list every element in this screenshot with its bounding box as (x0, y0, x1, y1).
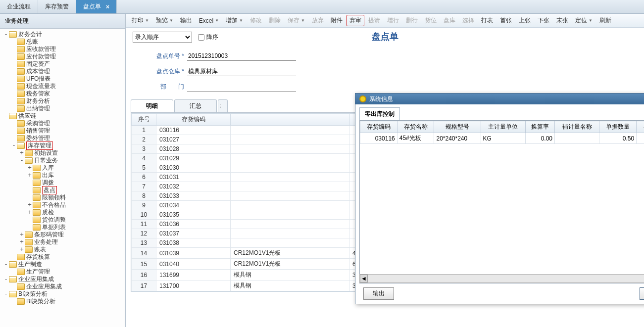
tree-node[interactable]: 单据列表 (3, 224, 125, 231)
tree-label: 生产管理 (26, 268, 50, 276)
tree-node[interactable]: BI决策分析 (3, 298, 125, 305)
toolbar-Excel[interactable]: Excel▼ (196, 16, 222, 26)
field-no[interactable] (187, 51, 296, 61)
tree-node[interactable]: 出纳管理 (3, 105, 125, 112)
collapse-icon[interactable]: - (3, 276, 9, 283)
folder-icon (17, 135, 25, 142)
tree-node[interactable]: 应收款管理 (3, 46, 125, 53)
toolbar-增加[interactable]: 增加▼ (223, 15, 246, 26)
tree-node[interactable]: 盘点 (3, 187, 125, 194)
toolbar-弃审[interactable]: 弃审 (347, 15, 364, 26)
expand-icon[interactable]: + (27, 209, 33, 216)
chevron-down-icon: ▼ (169, 18, 173, 23)
tree-node[interactable]: 财务分析 (3, 97, 125, 105)
collapse-icon[interactable]: - (3, 31, 9, 38)
field-label-wh: 盘点仓库 * (150, 67, 184, 76)
toolbar-附件[interactable]: 附件 (328, 15, 346, 26)
scrollbar-track[interactable] (368, 275, 644, 282)
tree-node[interactable]: +出库 (3, 172, 125, 179)
r-rate: 0.00 (526, 133, 555, 144)
field-dept[interactable] (187, 82, 296, 92)
toolbar-末张[interactable]: 末张 (553, 15, 571, 26)
tree-node[interactable]: +质检 (3, 209, 125, 216)
tree-node[interactable]: 货位调整 (3, 216, 125, 224)
tree-node[interactable]: 生产管理 (3, 268, 125, 276)
toolbar-打印[interactable]: 打印▼ (129, 15, 152, 26)
close-icon[interactable]: × (106, 3, 109, 10)
toolbar-首张[interactable]: 首张 (497, 15, 515, 26)
tree-node[interactable]: 委外管理 (3, 135, 125, 142)
tree-node[interactable]: -日常业务 (3, 157, 125, 164)
desc-checkbox[interactable]: 降序 (198, 33, 218, 42)
tree-node[interactable]: -BI决策分析 (3, 290, 125, 298)
scroll-left-icon[interactable]: ◄ (360, 275, 368, 282)
expand-icon[interactable]: + (19, 231, 25, 238)
tree-node[interactable]: +账表 (3, 246, 125, 253)
tree-label: 总账 (26, 38, 38, 46)
tree-node[interactable]: +不合格品 (3, 201, 125, 209)
tree-node[interactable]: 现金流量表 (3, 83, 125, 90)
expand-icon[interactable]: + (27, 201, 33, 209)
toolbar-上张[interactable]: 上张 (516, 15, 534, 26)
detail-tab-more[interactable]: ; (218, 99, 228, 112)
tree-node[interactable]: 固定资产 (3, 60, 125, 68)
tree-node[interactable]: 限额领料 (3, 194, 125, 201)
tree-node[interactable]: UFO报表 (3, 75, 125, 83)
expand-icon[interactable]: + (27, 172, 33, 179)
expand-icon[interactable]: + (19, 246, 25, 253)
ok-button[interactable]: 确认 (640, 287, 644, 300)
collapse-icon[interactable]: - (3, 261, 9, 268)
tree-node[interactable]: -供应链 (3, 112, 125, 120)
r-unit: KG (481, 133, 525, 144)
main-tab-2[interactable]: 盘点单× (76, 0, 117, 13)
tree-node[interactable]: +业务处理 (3, 238, 125, 246)
dialog-title: 系统信息 (369, 95, 393, 103)
tree-node[interactable]: -库存管理 (3, 142, 125, 149)
toolbar-预览[interactable]: 预览▼ (153, 15, 176, 26)
tree-node[interactable]: 税务管家 (3, 90, 125, 97)
collapse-icon[interactable]: - (19, 157, 25, 164)
toolbar-输出[interactable]: 输出 (177, 15, 195, 26)
tree-node[interactable]: 企业应用集成 (3, 283, 125, 290)
expand-icon[interactable]: + (27, 164, 33, 172)
tree-node[interactable]: +入库 (3, 164, 125, 172)
toolbar-刷新[interactable]: 刷新 (596, 15, 614, 26)
field-wh[interactable] (187, 67, 296, 76)
sort-select[interactable]: 录入顺序 (133, 32, 192, 43)
folder-icon (33, 165, 41, 172)
collapse-icon[interactable]: - (3, 112, 9, 120)
tree-node[interactable]: +初始设置 (3, 149, 125, 157)
tree-label: UFO报表 (26, 75, 50, 83)
toolbar-打表[interactable]: 打表 (478, 15, 496, 26)
export-button[interactable]: 输出 (363, 287, 394, 300)
tree-node[interactable]: 销售管理 (3, 127, 125, 135)
chevron-down-icon: ▼ (239, 18, 243, 23)
detail-tab-mingxi[interactable]: 明细 (131, 99, 173, 112)
tree-node[interactable]: -生产制造 (3, 261, 125, 268)
tree-node[interactable]: 应付款管理 (3, 53, 125, 60)
tree-node[interactable]: -财务会计 (3, 31, 125, 38)
tree-node[interactable]: 存货核算 (3, 253, 125, 261)
r-code: 030116 (360, 133, 397, 144)
toolbar-定位[interactable]: 定位▼ (572, 15, 595, 26)
dialog-tab[interactable]: 零出库控制 (359, 107, 400, 120)
collapse-icon[interactable]: - (3, 290, 9, 298)
tree-node[interactable]: +条形码管理 (3, 231, 125, 238)
toolbar-下张[interactable]: 下张 (535, 15, 552, 26)
tree-node[interactable]: 总账 (3, 38, 125, 46)
collapse-icon[interactable]: - (11, 142, 17, 149)
expand-icon[interactable]: + (19, 238, 25, 246)
tree-node[interactable]: -企业应用集成 (3, 276, 125, 283)
tree-node[interactable]: 调拨 (3, 179, 125, 187)
main-tab-1[interactable]: 库存预警 (38, 0, 76, 13)
detail-tab-huizong[interactable]: 汇总 (174, 99, 217, 112)
folder-icon (9, 113, 17, 120)
field-label-dept: 部 门 (150, 83, 184, 91)
main-tab-0[interactable]: 企业流程 (0, 0, 38, 13)
folder-icon (17, 269, 25, 276)
tree-label: 限额领料 (42, 194, 66, 201)
tree-node[interactable]: 成本管理 (3, 68, 125, 75)
chevron-down-icon: ▼ (215, 18, 219, 23)
tree-node[interactable]: 采购管理 (3, 120, 125, 127)
expand-icon[interactable]: + (19, 149, 25, 157)
